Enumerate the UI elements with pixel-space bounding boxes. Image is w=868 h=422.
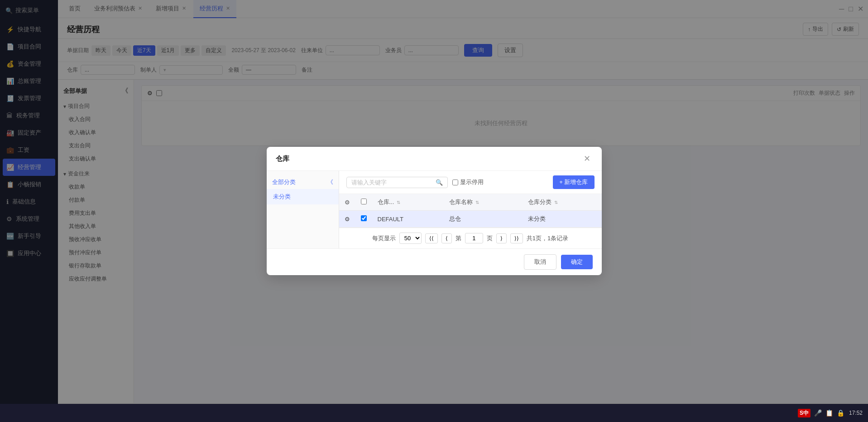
confirm-button[interactable]: 确定 bbox=[561, 255, 593, 269]
row-category-1: 未分类 bbox=[523, 211, 601, 228]
modal-search-box: 🔍 bbox=[346, 177, 448, 188]
modal-sidebar-header: 全部分类 《 bbox=[267, 175, 339, 189]
modal-sidebar-collapse[interactable]: 《 bbox=[327, 178, 333, 186]
modal-first-btn[interactable]: ⟨⟨ bbox=[425, 233, 438, 243]
taskbar-icon-s[interactable]: S中 bbox=[798, 409, 810, 417]
row-name-1: 总仓 bbox=[444, 211, 523, 228]
sort-icon-name[interactable]: ⇅ bbox=[475, 200, 479, 205]
modal-sidebar-header-label: 全部分类 bbox=[272, 178, 296, 186]
warehouse-row-1[interactable]: ⚙ DEFAULT 总仓 未分类 bbox=[339, 211, 602, 228]
warehouse-modal: 仓库 ✕ 全部分类 《 未分类 bbox=[267, 147, 602, 275]
modal-last-btn[interactable]: ⟩⟩ bbox=[510, 233, 523, 243]
modal-per-page-select[interactable]: 50 bbox=[399, 233, 422, 244]
modal-toolbar: 🔍 显示停用 + 新增仓库 bbox=[339, 171, 602, 194]
th-warehouse-category: 仓库分类 ⇅ bbox=[523, 194, 601, 211]
th-warehouse-name: 仓库名称 ⇅ bbox=[444, 194, 523, 211]
modal-pagination: 每页显示 50 ⟨⟨ ⟨ 第 页 ⟩ ⟩⟩ 共1页，1条记录 bbox=[339, 228, 602, 248]
modal-body: 全部分类 《 未分类 🔍 bbox=[267, 171, 602, 248]
modal-header: 仓库 ✕ bbox=[267, 147, 602, 171]
th-checkbox bbox=[355, 194, 372, 211]
modal-content: 🔍 显示停用 + 新增仓库 ⚙ bbox=[339, 171, 602, 248]
taskbar-icon-lock[interactable]: 🔒 bbox=[837, 409, 844, 417]
row-checkbox-1[interactable] bbox=[355, 211, 372, 228]
modal-footer: 取消 确定 bbox=[267, 248, 602, 275]
modal-search-icon: 🔍 bbox=[436, 179, 443, 186]
row-gear-1[interactable]: ⚙ bbox=[339, 211, 355, 228]
header-gear-icon[interactable]: ⚙ bbox=[345, 199, 350, 206]
show-disabled-checkbox[interactable] bbox=[452, 179, 458, 185]
taskbar-time: 17:52 bbox=[849, 410, 863, 416]
taskbar-icon-clipboard[interactable]: 📋 bbox=[825, 409, 833, 417]
table-header-row: ⚙ 仓库... ⇅ 仓库名称 ⇅ bbox=[339, 194, 602, 211]
taskbar-icon-mic[interactable]: 🎤 bbox=[814, 409, 822, 417]
modal-next-btn[interactable]: ⟩ bbox=[496, 233, 507, 243]
modal-sidebar: 全部分类 《 未分类 bbox=[267, 171, 339, 248]
modal-overlay: 仓库 ✕ 全部分类 《 未分类 bbox=[0, 0, 868, 422]
taskbar-icons: S中 🎤 📋 🔒 bbox=[798, 409, 844, 417]
th-warehouse-code: 仓库... ⇅ bbox=[372, 194, 444, 211]
sort-icon-category[interactable]: ⇅ bbox=[554, 200, 558, 205]
th-gear: ⚙ bbox=[339, 194, 355, 211]
sidebar-item-unclassified[interactable]: 未分类 bbox=[267, 189, 339, 204]
warehouse-table: ⚙ 仓库... ⇅ 仓库名称 ⇅ bbox=[339, 194, 602, 228]
sort-icon-code[interactable]: ⇅ bbox=[397, 200, 400, 205]
add-warehouse-btn[interactable]: + 新增仓库 bbox=[553, 175, 594, 189]
show-disabled-label: 显示停用 bbox=[452, 178, 484, 186]
modal-table-wrap: ⚙ 仓库... ⇅ 仓库名称 ⇅ bbox=[339, 194, 602, 228]
modal-page-input[interactable] bbox=[465, 233, 483, 243]
taskbar: S中 🎤 📋 🔒 17:52 bbox=[0, 404, 868, 422]
cancel-button[interactable]: 取消 bbox=[524, 254, 556, 270]
row-code-1: DEFAULT bbox=[372, 211, 444, 228]
modal-sidebar-scroll: 未分类 bbox=[267, 189, 339, 244]
modal-total: 共1页，1条记录 bbox=[527, 234, 568, 243]
modal-select-all[interactable] bbox=[361, 199, 367, 204]
modal-prev-btn[interactable]: ⟨ bbox=[441, 233, 452, 243]
modal-close-btn[interactable]: ✕ bbox=[582, 153, 593, 164]
modal-search-input[interactable] bbox=[351, 179, 433, 186]
modal-title: 仓库 bbox=[276, 155, 289, 163]
